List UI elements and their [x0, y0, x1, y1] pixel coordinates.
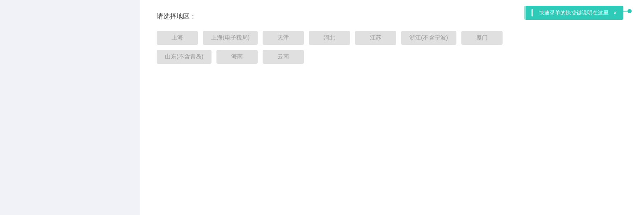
region-row-2: 山东(不含青岛)海南云南: [157, 50, 628, 64]
region-button-hainan[interactable]: 海南: [216, 50, 258, 64]
region-buttons-container: 上海上海(电子税局)天津河北江苏浙江(不含宁波)厦门山东(不含青岛)海南云南: [157, 31, 628, 64]
main-content: 请选择地区： 上海上海(电子税局)天津河北江苏浙江(不含宁波)厦门山东(不含青岛…: [140, 0, 644, 215]
tooltip-banner: 快速录单的快捷键说明在这里 ×: [524, 6, 623, 20]
tooltip-bar: [531, 9, 533, 16]
tooltip-connector-line: [619, 11, 628, 12]
region-button-xiamen[interactable]: 厦门: [461, 31, 503, 45]
region-button-shandong[interactable]: 山东(不含青岛): [157, 50, 212, 64]
region-button-jiangsu[interactable]: 江苏: [355, 31, 396, 45]
tooltip-close-button[interactable]: ×: [613, 9, 618, 16]
region-row-1: 上海上海(电子税局)天津河北江苏浙江(不含宁波)厦门: [157, 31, 628, 45]
region-button-zhejiang[interactable]: 浙江(不含宁波): [401, 31, 456, 45]
left-sidebar: [0, 0, 140, 215]
region-button-hebei[interactable]: 河北: [309, 31, 350, 45]
region-button-tianjin[interactable]: 天津: [263, 31, 304, 45]
region-button-yunnan[interactable]: 云南: [263, 50, 304, 64]
region-button-shanghai[interactable]: 上海: [157, 31, 198, 45]
tooltip-connector-dot: [628, 9, 632, 13]
tooltip-text: 快速录单的快捷键说明在这里: [539, 9, 609, 16]
region-button-shanghai-etax[interactable]: 上海(电子税局): [203, 31, 258, 45]
